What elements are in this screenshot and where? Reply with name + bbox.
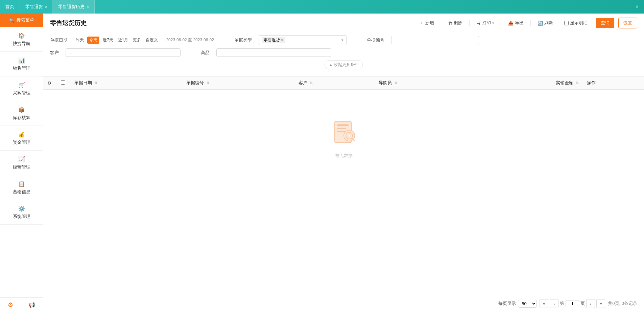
sidebar-item-sales[interactable]: 📊 销售管理 <box>0 52 43 76</box>
settings-bottom-icon[interactable]: ⚙ <box>8 301 13 309</box>
top-bar: 首页 零售退货 × 零售退货历史 × × <box>0 0 644 14</box>
type-filter-value: 零售退货 × <box>262 37 340 43</box>
export-button[interactable]: 📤 导出 <box>505 19 526 27</box>
empty-text: 暂无数据 <box>335 153 353 159</box>
setting-button[interactable]: 设置 <box>618 18 637 28</box>
type-filter-label: 单据类型 <box>234 37 252 43</box>
sidebar-item-basic[interactable]: 📋 基础信息 <box>0 175 43 200</box>
sidebar-search[interactable]: 🔍 搜索菜单 <box>0 14 43 27</box>
first-page-button[interactable]: « <box>540 299 548 308</box>
delete-button[interactable]: 🗑 删除 <box>445 19 465 27</box>
sidebar-item-home[interactable]: 🏠 快捷导航 <box>0 27 43 52</box>
display-detail-checkbox[interactable] <box>564 21 569 25</box>
next-page-button[interactable]: › <box>586 299 595 308</box>
new-button[interactable]: ＋ 新增 <box>417 19 437 27</box>
size-label: 每页显示 <box>498 300 516 307</box>
prev-page-button[interactable]: ‹ <box>550 299 558 308</box>
page-header: 零售退货历史 ＋ 新增 🗑 删除 🖨 打印 ▾ <box>43 14 644 76</box>
customer-filter-label: 客户 <box>50 50 59 56</box>
last-page-button[interactable]: » <box>596 299 605 308</box>
page-unit: 页 <box>580 300 585 307</box>
new-label: 新增 <box>425 20 434 26</box>
sidebar-item-inventory[interactable]: 📦 库存核算 <box>0 101 43 126</box>
date-opt-more[interactable]: 更多 <box>132 37 142 44</box>
page-label: 第 <box>560 300 564 307</box>
filter-area: 单据日期 昨天 今天 近7天 近1月 更多 自定义 2023-06-02 至 2… <box>50 32 637 73</box>
main-layout: 🔍 搜索菜单 🏠 快捷导航 📊 销售管理 🛒 采购管理 📦 库存核算 💰 <box>0 14 644 312</box>
th-action: 操作 <box>583 76 644 90</box>
speaker-bottom-icon[interactable]: 📢 <box>28 302 35 308</box>
number-filter-label: 单据编号 <box>367 37 384 43</box>
goods-filter-value: ... <box>219 50 328 55</box>
query-button[interactable]: 查询 <box>596 18 614 28</box>
type-tag: 零售退货 × <box>262 37 285 43</box>
date-filter-label: 单据日期 <box>50 37 68 43</box>
toolbar: ＋ 新增 🗑 删除 🖨 打印 ▾ <box>417 18 637 28</box>
number-filter-input[interactable] <box>391 36 479 44</box>
pagination-nav: « ‹ 第 页 › » <box>540 299 605 308</box>
select-all-checkbox[interactable] <box>61 80 65 85</box>
filter-row-2: 客户 ... 商品 ... <box>50 48 637 57</box>
th-guide[interactable]: 导购员 ⇅ <box>375 76 471 90</box>
th-customer[interactable]: 客户 ⇅ <box>294 76 375 90</box>
date-opt-custom[interactable]: 自定义 <box>144 37 159 44</box>
collapse-button[interactable]: ▲ 收起更多条件 <box>325 60 363 69</box>
finance-icon: 💰 <box>18 131 25 138</box>
date-range-value: 2023-06-02 至 2023-06-02 <box>166 37 214 43</box>
print-button[interactable]: 🖨 打印 ▾ <box>474 19 497 27</box>
svg-rect-1 <box>337 125 349 126</box>
tab-retail-return-close[interactable]: × <box>45 5 47 9</box>
type-tag-close[interactable]: × <box>281 38 283 43</box>
page-size-select[interactable]: 10 20 50 100 <box>518 300 537 308</box>
sidebar-item-finance[interactable]: 💰 资金管理 <box>0 126 43 151</box>
settings-gear-icon[interactable]: ⚙ <box>47 81 51 86</box>
table-container: ⚙ 单据日期 ⇅ 单据编号 ⇅ <box>43 76 644 295</box>
customer-sort-icon: ⇅ <box>310 81 313 85</box>
sidebar-item-system[interactable]: ⚙️ 系统管理 <box>0 200 43 225</box>
operation-icon: 📈 <box>18 155 25 163</box>
type-filter-select[interactable]: 零售退货 × ▾ <box>259 35 347 45</box>
pagination-size: 每页显示 10 20 50 100 <box>498 300 537 308</box>
date-opt-7days[interactable]: 近7天 <box>101 37 115 44</box>
home-icon: 🏠 <box>18 32 25 39</box>
filter-row-1: 单据日期 昨天 今天 近7天 近1月 更多 自定义 2023-06-02 至 2… <box>50 35 637 45</box>
th-number[interactable]: 单据编号 ⇅ <box>182 76 294 90</box>
print-label: 打印 <box>482 20 491 26</box>
sidebar-item-operation[interactable]: 📈 经营管理 <box>0 151 43 175</box>
divider-3 <box>501 20 501 26</box>
goods-filter-select[interactable]: ... <box>216 48 331 57</box>
pagination: 每页显示 10 20 50 100 « ‹ 第 页 › » 共0页, 0条记录 <box>43 295 644 312</box>
date-opt-yesterday[interactable]: 昨天 <box>74 37 85 44</box>
sidebar-item-purchase[interactable]: 🛒 采购管理 <box>0 76 43 101</box>
window-close-button[interactable]: × <box>630 4 644 10</box>
page-number-input[interactable] <box>566 300 579 307</box>
search-icon: 🔍 <box>9 18 15 23</box>
th-amount[interactable]: 实销金额 ⇅ <box>471 76 583 90</box>
th-settings[interactable]: ⚙ <box>43 76 57 90</box>
th-checkbox[interactable] <box>57 76 70 90</box>
sidebar-item-home-label: 快捷导航 <box>13 41 30 47</box>
sidebar-item-basic-label: 基础信息 <box>13 189 30 195</box>
sidebar-item-finance-label: 资金管理 <box>13 139 30 146</box>
date-opt-1month[interactable]: 近1月 <box>117 37 130 44</box>
tab-retail-return[interactable]: 零售退货 × <box>20 0 53 14</box>
customer-filter-select[interactable]: ... <box>66 48 181 57</box>
tab-home[interactable]: 首页 <box>0 0 20 14</box>
query-label: 查询 <box>601 20 610 26</box>
th-date[interactable]: 单据日期 ⇅ <box>70 76 182 90</box>
display-detail-label: 显示明细 <box>570 20 588 26</box>
tab-list: 首页 零售退货 × 零售退货历史 × <box>0 0 630 14</box>
print-icon: 🖨 <box>476 21 481 26</box>
delete-icon: 🗑 <box>448 21 452 26</box>
pagination-info: 共0页, 0条记录 <box>608 300 637 307</box>
tab-retail-return-history-close[interactable]: × <box>87 5 89 9</box>
sidebar: 🔍 搜索菜单 🏠 快捷导航 📊 销售管理 🛒 采购管理 📦 库存核算 💰 <box>0 14 43 312</box>
tab-retail-return-history-label: 零售退货历史 <box>58 4 85 10</box>
svg-rect-2 <box>337 128 346 129</box>
date-opt-today[interactable]: 今天 <box>87 37 99 44</box>
display-detail-checkbox-label[interactable]: 显示明细 <box>564 20 588 26</box>
sidebar-item-inventory-label: 库存核算 <box>13 115 30 121</box>
th-date-label: 单据日期 <box>74 80 92 85</box>
tab-retail-return-history[interactable]: 零售退货历史 × <box>53 0 94 14</box>
refresh-button[interactable]: 🔄 刷新 <box>535 19 556 27</box>
